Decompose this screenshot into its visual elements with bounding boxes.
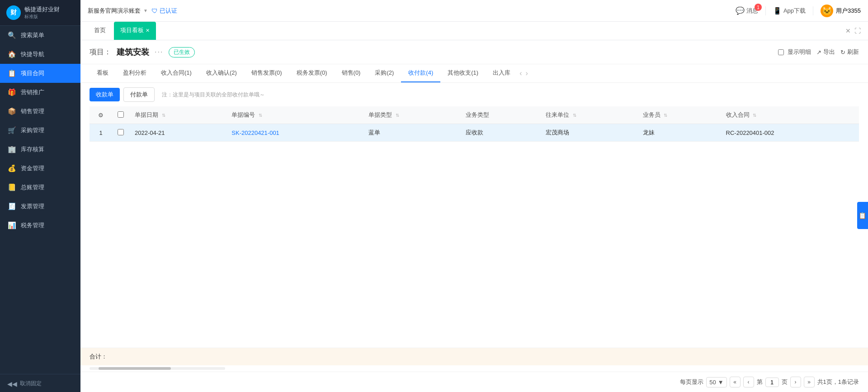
- sort-type-icon: ⇅: [396, 113, 399, 118]
- sidebar-item-purchase[interactable]: 🛒 采购管理: [0, 121, 80, 140]
- right-panel-toggle[interactable]: 📋: [857, 202, 868, 229]
- row-number[interactable]: SK-20220421-001: [226, 124, 363, 142]
- subnav-tab-income-contract[interactable]: 收入合同(1): [154, 64, 199, 82]
- row-number-link[interactable]: SK-20220421-001: [231, 129, 279, 136]
- sidebar: 财 畅捷通好业财 标准版 🔍 搜索菜单 🏠 快捷导航 📋 项目合同 🎁 营销推广…: [0, 0, 80, 392]
- sidebar-item-label: 搜索菜单: [21, 31, 44, 39]
- subnav-tab-profit[interactable]: 盈利分析: [116, 64, 154, 82]
- more-options-icon[interactable]: ···: [155, 48, 163, 56]
- project-icon: 📋: [7, 69, 16, 78]
- row-date: 2022-04-21: [129, 124, 226, 142]
- cancel-pin-label: 取消固定: [20, 380, 42, 387]
- sidebar-item-project[interactable]: 📋 项目合同: [0, 64, 80, 83]
- row-salesperson: 龙妹: [637, 124, 721, 142]
- table-col-income-contract[interactable]: 收入合同 ⇅: [721, 106, 859, 124]
- payment-button[interactable]: 付款单: [123, 87, 155, 102]
- table-container: ⚙ 单据日期 ⇅ 单据编号 ⇅: [80, 106, 868, 348]
- subnav-tab-inout[interactable]: 出入库: [486, 64, 518, 82]
- dropdown-icon: ▼: [143, 8, 148, 13]
- sidebar-item-inventory[interactable]: 🏢 库存核算: [0, 140, 80, 159]
- subnav-tab-income-confirm[interactable]: 收入确认(2): [199, 64, 244, 82]
- sidebar-item-marketing[interactable]: 🎁 营销推广: [0, 83, 80, 102]
- close-window-icon[interactable]: ✕: [845, 27, 851, 34]
- tab-project-board[interactable]: 项目看板 ✕: [114, 22, 156, 40]
- show-detail-checkbox[interactable]: 显示明细: [778, 48, 811, 56]
- sidebar-item-sales[interactable]: 📦 销售管理: [0, 102, 80, 121]
- maximize-window-icon[interactable]: ⛶: [854, 27, 861, 34]
- main-area: 新服务官网演示账套 ▼ 🛡 已认证 💬 消息 1 📱 App下载 �: [80, 0, 868, 392]
- refresh-button[interactable]: ↻ 刷新: [840, 48, 859, 56]
- sidebar-item-label: 快捷导航: [21, 50, 44, 58]
- show-detail-input[interactable]: [778, 49, 784, 55]
- invoice-icon: 🧾: [7, 202, 16, 211]
- next-page-button[interactable]: ›: [790, 377, 801, 387]
- last-page-button[interactable]: »: [804, 377, 815, 387]
- subnav-tab-purchase[interactable]: 采购(2): [368, 64, 401, 82]
- certified-label: 已认证: [160, 7, 177, 15]
- subnav-tab-payment[interactable]: 收付款(4): [401, 64, 440, 82]
- toolbar: 收款单 付款单 注：这里是与项目关联的全部收付款单哦～: [80, 83, 868, 106]
- page-number-input[interactable]: [765, 378, 779, 387]
- scrollbar-thumb[interactable]: [99, 367, 171, 370]
- user-menu[interactable]: 🐱 用户3355: [821, 5, 861, 17]
- prev-page-button[interactable]: ‹: [743, 377, 754, 387]
- total-info: 共1页，1条记录: [817, 378, 859, 386]
- table-col-date[interactable]: 单据日期 ⇅: [129, 106, 226, 124]
- table-col-gear[interactable]: ⚙: [90, 106, 112, 124]
- sidebar-item-label: 项目合同: [21, 69, 44, 77]
- table-col-salesperson[interactable]: 业务员 ⇅: [637, 106, 721, 124]
- tab-close-icon[interactable]: ✕: [146, 28, 150, 33]
- account-selector[interactable]: 新服务官网演示账套 ▼: [88, 7, 148, 15]
- sidebar-item-search[interactable]: 🔍 搜索菜单: [0, 26, 80, 45]
- sidebar-item-quicknav[interactable]: 🏠 快捷导航: [0, 45, 80, 64]
- data-table: ⚙ 单据日期 ⇅ 单据编号 ⇅: [90, 106, 859, 142]
- project-name: 建筑安装: [117, 47, 149, 57]
- row-checkbox[interactable]: [118, 129, 124, 135]
- project-header: 项目： 建筑安装 ··· 已生效 显示明细 ↗ 导出 ↻ 刷新: [80, 40, 868, 64]
- subnav-prev-arrow[interactable]: ‹: [518, 67, 524, 79]
- row-checkbox-cell: [112, 124, 129, 142]
- table-col-number[interactable]: 单据编号 ⇅: [226, 106, 363, 124]
- per-page-label: 每页显示: [680, 378, 703, 386]
- sidebar-item-label: 税务管理: [21, 221, 44, 229]
- subnav-tab-tax-invoice[interactable]: 税务发票(0): [289, 64, 335, 82]
- app-download-button[interactable]: 📱 App下载: [773, 7, 806, 15]
- row-type: 蓝单: [363, 124, 460, 142]
- pagination: 每页显示 50 ▼ « ‹ 第 页 › » 共1页，1条记录: [80, 372, 868, 392]
- subnav-next-arrow[interactable]: ›: [524, 67, 529, 79]
- receipt-button[interactable]: 收款单: [90, 88, 120, 101]
- horizontal-scrollbar[interactable]: [80, 365, 868, 372]
- export-button[interactable]: ↗ 导出: [816, 48, 835, 56]
- subnav-tab-board[interactable]: 看板: [90, 64, 116, 82]
- page-unit: 页: [782, 378, 788, 386]
- select-all-checkbox[interactable]: [118, 111, 124, 118]
- tab-home[interactable]: 首页: [88, 22, 112, 40]
- ledger-icon: 📒: [7, 183, 16, 192]
- app-logo-text: 畅捷通好业财 标准版: [24, 5, 60, 20]
- sidebar-item-label: 库存核算: [21, 145, 44, 153]
- sidebar-item-invoice[interactable]: 🧾 发票管理: [0, 197, 80, 216]
- marketing-icon: 🎁: [7, 88, 16, 97]
- gear-icon[interactable]: ⚙: [98, 112, 104, 119]
- topbar-right: 💬 消息 1 📱 App下载 🐱 用户3355: [736, 5, 861, 17]
- sidebar-item-tax[interactable]: 📊 税务管理: [0, 216, 80, 235]
- sort-date-icon: ⇅: [162, 113, 165, 118]
- panel-icon: 📋: [859, 212, 866, 220]
- sidebar-item-capital[interactable]: 💰 资金管理: [0, 159, 80, 178]
- cancel-pin-button[interactable]: ◀◀ 取消固定: [0, 375, 80, 392]
- sidebar-item-ledger[interactable]: 📒 总账管理: [0, 178, 80, 197]
- sidebar-item-label: 营销推广: [21, 88, 44, 96]
- refresh-icon: ↻: [840, 49, 845, 56]
- table-col-partner[interactable]: 往来单位 ⇅: [540, 106, 637, 124]
- subnav-tab-other-expense[interactable]: 其他收支(1): [440, 64, 486, 82]
- message-button[interactable]: 💬 消息 1: [736, 6, 758, 15]
- subnav-tab-sales[interactable]: 销售(0): [335, 64, 368, 82]
- first-page-button[interactable]: «: [730, 377, 741, 387]
- per-page-select[interactable]: 50 ▼: [706, 377, 726, 387]
- topbar: 新服务官网演示账套 ▼ 🛡 已认证 💬 消息 1 📱 App下载 �: [80, 0, 868, 22]
- subnav-tab-sales-invoice[interactable]: 销售发票(0): [244, 64, 289, 82]
- home-icon: 🏠: [7, 50, 16, 59]
- table-col-type[interactable]: 单据类型 ⇅: [363, 106, 460, 124]
- project-status-badge: 已生效: [169, 47, 195, 57]
- username-label: 用户3355: [836, 7, 861, 15]
